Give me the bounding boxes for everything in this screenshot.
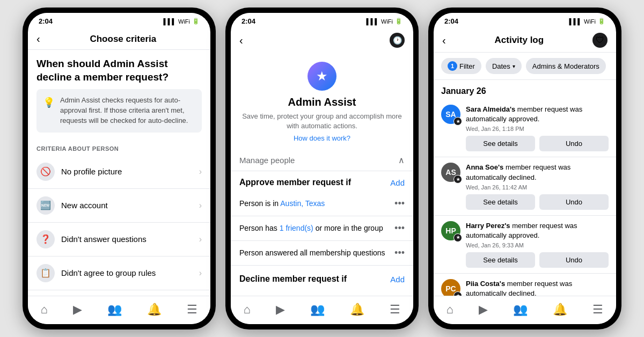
undo-button-2[interactable]: Undo	[539, 252, 609, 268]
filter-label-2: Admins & Moderators	[532, 62, 599, 70]
admin-badge-3: ★	[453, 291, 462, 296]
criteria-item-0[interactable]: 🚫 No profile picture ›	[28, 155, 210, 189]
no-answer-icon: ❓	[36, 230, 55, 248]
undo-button-1[interactable]: Undo	[539, 194, 609, 210]
nav-menu-2[interactable]: ☰	[385, 301, 405, 319]
info-text: Admin Assist checks requests for auto-ap…	[60, 96, 195, 126]
screen-body-3: January 26 SA ★ Sara Almeida's member re…	[434, 80, 616, 296]
nav-menu[interactable]: ☰	[182, 301, 202, 319]
filter-label-1: Dates	[492, 62, 510, 70]
chevron-3: ›	[199, 268, 202, 278]
nav-bell-3[interactable]: 🔔	[548, 301, 572, 319]
nav-bell[interactable]: 🔔	[143, 301, 166, 319]
admin-assist-logo: ★	[308, 62, 336, 91]
date-heading: January 26	[434, 80, 616, 99]
activity-time-1: Wed, Jan 26, 11:42 AM	[466, 184, 609, 191]
avatar-0: SA ★	[441, 105, 460, 124]
nav-home-2[interactable]: ⌂	[239, 301, 255, 319]
phone-1: 2:04 ▌▌▌WiFi🔋 ‹ Choose criteria When sho…	[23, 8, 216, 329]
criteria-label-0: No profile picture	[61, 167, 193, 176]
activity-content-2: Harry Perez's member request was automat…	[466, 221, 609, 268]
criteria-item-1[interactable]: 🆕 New account ›	[28, 189, 210, 223]
admin-assist-header: ★ Admin Assist Save time, protect your g…	[231, 52, 413, 150]
manage-title: Manage people	[239, 156, 295, 165]
activity-item-2: HP ★ Harry Perez's member request was au…	[434, 216, 616, 274]
nav-video[interactable]: ▶	[69, 301, 86, 319]
status-time-3: 2:04	[444, 17, 458, 25]
activity-text-3: Piia Costa's member request was automati…	[466, 279, 609, 296]
condition-text-1: Person has 1 friend(s) or more in the gr…	[239, 223, 390, 234]
criteria-label-2: Didn't answer questions	[61, 235, 193, 244]
nav-menu-3[interactable]: ☰	[588, 301, 608, 319]
bottom-nav-1: ⌂ ▶ 👥 🔔 ☰	[28, 296, 210, 324]
undo-button-0[interactable]: Undo	[539, 136, 609, 151]
status-time-2: 2:04	[241, 17, 255, 25]
status-icons-1: ▌▌▌WiFi🔋	[164, 18, 200, 25]
phone-2: 2:04 ▌▌▌WiFi🔋 ‹ 🕐 ★ Admin Assist Save ti…	[225, 8, 419, 329]
see-details-button-1[interactable]: See details	[466, 194, 535, 210]
nav-groups-3[interactable]: 👥	[509, 301, 532, 319]
activity-item-1: AS ★ Anna Soe's member request was autom…	[434, 157, 616, 215]
activity-actions-1: See details Undo	[466, 194, 609, 210]
criteria-label-1: New account	[61, 201, 193, 210]
filter-label-0: Filter	[459, 62, 475, 70]
criteria-heading: When should Admin Assist decline a membe…	[28, 50, 210, 89]
back-button-1[interactable]: ‹	[36, 33, 40, 45]
nav-home[interactable]: ⌂	[36, 301, 52, 319]
approve-add-button[interactable]: Add	[390, 178, 405, 187]
screen-header-3: ‹ Activity log 🛡	[434, 27, 616, 53]
avatar-3: PC ★	[441, 279, 460, 296]
nav-home-3[interactable]: ⌂	[442, 301, 458, 319]
manage-header[interactable]: Manage people ∧	[231, 150, 413, 171]
condition-text-0: Person is in Austin, Texas	[239, 199, 390, 209]
info-box: 💡 Admin Assist checks requests for auto-…	[36, 89, 202, 133]
activity-item-0: SA ★ Sara Almeida's member request was a…	[434, 99, 616, 157]
criteria-label-3: Didn't agree to group rules	[61, 268, 193, 277]
back-button-2[interactable]: ‹	[239, 34, 243, 47]
nav-groups-2[interactable]: 👥	[306, 301, 329, 319]
screen-header-2: ‹ 🕐	[231, 27, 413, 52]
filter-chip-2[interactable]: Admins & Moderators	[526, 58, 606, 74]
admin-assist-subtitle: Save time, protect your group and accomp…	[241, 112, 402, 131]
activity-time-2: Wed, Jan 26, 9:33 AM	[466, 242, 609, 248]
how-it-works-link[interactable]: How does it work?	[294, 134, 350, 142]
status-icons-3: ▌▌▌WiFi🔋	[569, 18, 605, 25]
manage-chevron: ∧	[398, 155, 405, 165]
nav-video-2[interactable]: ▶	[272, 301, 289, 319]
admin-badge-0: ★	[453, 117, 462, 126]
see-details-button-2[interactable]: See details	[466, 252, 535, 268]
no-rules-icon: 📋	[36, 264, 55, 282]
dots-button-2[interactable]: •••	[394, 247, 405, 259]
decline-add-button[interactable]: Add	[390, 275, 405, 284]
decline-section-title: Decline member request if	[239, 274, 347, 284]
page-title-3: Activity log	[450, 35, 588, 46]
nav-video-3[interactable]: ▶	[474, 301, 492, 319]
condition-item-2: Person answered all membership questions…	[231, 241, 413, 266]
criteria-item-2[interactable]: ❓ Didn't answer questions ›	[28, 223, 210, 257]
phone-3: 2:04 ▌▌▌WiFi🔋 ‹ Activity log 🛡 1 Filter …	[428, 8, 621, 329]
bottom-nav-3: ⌂ ▶ 👥 🔔 ☰	[434, 296, 616, 324]
section-label: CRITERIA ABOUT PERSON	[28, 140, 210, 155]
admin-badge-1: ★	[453, 175, 462, 184]
filter-chip-1[interactable]: Dates ▾	[486, 58, 522, 74]
status-icons-2: ▌▌▌WiFi🔋	[367, 18, 402, 25]
nav-groups[interactable]: 👥	[103, 301, 126, 319]
activity-content-0: Sara Almeida's member request was automa…	[466, 105, 609, 151]
nav-bell-2[interactable]: 🔔	[346, 301, 369, 319]
criteria-item-3[interactable]: 📋 Didn't agree to group rules ›	[28, 257, 210, 290]
screen-body-1: When should Admin Assist decline a membe…	[28, 50, 210, 296]
bottom-nav-2: ⌂ ▶ 👥 🔔 ☰	[231, 296, 413, 324]
filter-chip-0[interactable]: 1 Filter	[441, 58, 481, 74]
condition-item-1: Person has 1 friend(s) or more in the gr…	[231, 216, 413, 241]
condition-item-decline-0: Person has not answered all membership q…	[231, 288, 413, 296]
status-time-1: 2:04	[39, 17, 53, 25]
new-account-icon: 🆕	[36, 196, 55, 215]
page-title-1: Choose criteria	[45, 34, 202, 45]
back-button-3[interactable]: ‹	[442, 34, 446, 47]
dots-button-1[interactable]: •••	[394, 223, 405, 234]
dots-button-0[interactable]: •••	[394, 198, 405, 209]
see-details-button-0[interactable]: See details	[466, 136, 535, 151]
clock-icon[interactable]: 🕐	[390, 33, 405, 48]
admin-badge-2: ★	[453, 233, 462, 242]
activity-text-1: Anna Soe's member request was automatica…	[466, 163, 609, 182]
